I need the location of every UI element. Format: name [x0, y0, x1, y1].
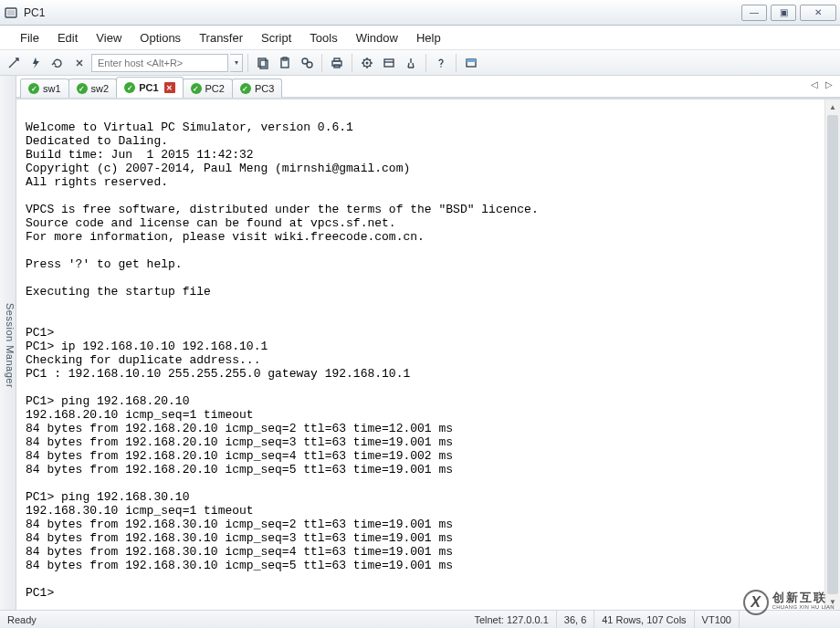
svg-point-12: [366, 61, 369, 64]
tab-sw1[interactable]: ✓sw1: [20, 78, 69, 98]
menu-help[interactable]: Help: [407, 27, 450, 48]
separator-icon: [247, 54, 248, 72]
host-input[interactable]: Enter host <Alt+R>: [91, 54, 228, 72]
svg-point-7: [307, 62, 312, 68]
options-icon[interactable]: [357, 53, 377, 73]
menu-file[interactable]: File: [11, 27, 48, 48]
status-ready: Ready: [0, 611, 44, 628]
tab-pc2[interactable]: ✓PC2: [183, 78, 233, 98]
status-emulation: VT100: [695, 611, 740, 628]
scroll-right-icon[interactable]: ▷: [825, 79, 833, 89]
svg-rect-9: [334, 58, 340, 61]
tab-label: PC2: [205, 83, 225, 94]
watermark-text-2: CHUANG XIN HU LIAN: [772, 602, 835, 612]
menu-window[interactable]: Window: [347, 27, 407, 48]
status-connection: Telnet: 127.0.0.1: [467, 611, 556, 628]
separator-icon: [352, 54, 352, 72]
menu-transfer[interactable]: Transfer: [190, 27, 252, 48]
paste-icon[interactable]: [275, 53, 295, 73]
tab-pc3[interactable]: ✓PC3: [232, 78, 282, 98]
check-icon: ✓: [28, 83, 39, 94]
statusbar: Ready Telnet: 127.0.0.1 36, 6 41 Rows, 1…: [0, 610, 840, 628]
tab-label: sw2: [91, 83, 110, 94]
tab-label: PC1: [139, 82, 158, 93]
connect-icon[interactable]: [4, 53, 24, 73]
check-icon: ✓: [240, 83, 251, 94]
help-icon[interactable]: [431, 53, 451, 73]
session-options-icon[interactable]: [379, 53, 399, 73]
menu-tools[interactable]: Tools: [300, 27, 346, 48]
tab-nav: ◁ ▷: [811, 79, 833, 89]
status-size: 41 Rows, 107 Cols: [594, 611, 694, 628]
svg-point-14: [440, 66, 442, 68]
status-cursor-pos: 36, 6: [557, 611, 594, 628]
watermark-text-1: 创新互联: [772, 592, 835, 602]
session-manager-tab[interactable]: Session Manager: [0, 76, 16, 610]
close-tab-icon[interactable]: ✕: [164, 82, 175, 93]
scroll-up-icon[interactable]: ▲: [825, 99, 840, 115]
scroll-left-icon[interactable]: ◁: [811, 79, 818, 89]
tab-sw2[interactable]: ✓sw2: [68, 78, 118, 98]
disconnect-icon[interactable]: [69, 53, 89, 73]
print-icon[interactable]: [327, 53, 347, 73]
menu-options[interactable]: Options: [131, 27, 190, 48]
check-icon: ✓: [191, 83, 202, 94]
titlebar: PC1 — ▣ ✕: [0, 0, 840, 26]
tab-label: sw1: [43, 83, 61, 94]
svg-rect-13: [384, 59, 394, 67]
quick-connect-icon[interactable]: [26, 53, 46, 73]
separator-icon: [456, 54, 457, 72]
menubar: File Edit View Options Transfer Script T…: [0, 26, 840, 50]
tabbar: ✓sw1 ✓sw2 ✓PC1✕ ✓PC2 ✓PC3 ◁ ▷: [0, 76, 840, 98]
copy-icon[interactable]: [253, 53, 273, 73]
svg-rect-1: [7, 10, 15, 16]
menu-script[interactable]: Script: [252, 27, 300, 48]
minimize-button[interactable]: —: [741, 5, 767, 21]
app-icon: [4, 5, 18, 20]
check-icon: ✓: [77, 83, 88, 94]
window-title: PC1: [24, 6, 738, 19]
toggle-icon[interactable]: [461, 53, 481, 73]
toolbar: Enter host <Alt+R> ▾: [0, 50, 840, 76]
terminal-area: Welcome to Virtual PC Simulator, version…: [16, 98, 840, 610]
host-dropdown-icon[interactable]: ▾: [230, 54, 243, 72]
tab-label: PC3: [255, 83, 274, 94]
find-icon[interactable]: [297, 53, 317, 73]
scrollbar[interactable]: ▲ ▼: [824, 99, 840, 610]
close-button[interactable]: ✕: [800, 5, 836, 21]
maximize-button[interactable]: ▣: [771, 5, 796, 21]
terminal[interactable]: Welcome to Virtual PC Simulator, version…: [16, 99, 824, 610]
menu-edit[interactable]: Edit: [48, 27, 87, 48]
watermark-logo-icon: X: [743, 590, 769, 615]
watermark: X 创新互联 CHUANG XIN HU LIAN: [743, 590, 835, 615]
menu-view[interactable]: View: [87, 27, 131, 48]
separator-icon: [425, 54, 426, 72]
svg-rect-16: [467, 59, 476, 62]
keymap-icon[interactable]: [401, 53, 421, 73]
reconnect-icon[interactable]: [47, 53, 68, 73]
check-icon: ✓: [124, 82, 135, 93]
scroll-thumb[interactable]: [827, 115, 838, 594]
separator-icon: [321, 54, 322, 72]
tab-pc1[interactable]: ✓PC1✕: [116, 77, 183, 98]
